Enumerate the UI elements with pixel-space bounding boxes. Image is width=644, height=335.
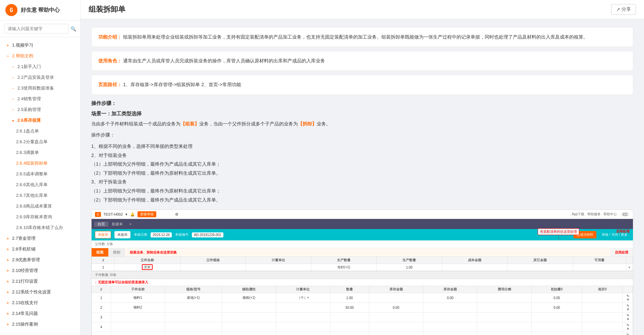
- plus-icon: [5, 300, 10, 305]
- app-titlebar-right: App下载 帮助服务 帮助中心 CC: [572, 212, 630, 217]
- sidebar-item-ops[interactable]: 2.10经营管理: [0, 265, 80, 276]
- cell-action[interactable]: +: [626, 264, 633, 271]
- col-cost-amount: 成本金额: [442, 257, 507, 264]
- app-id: TEST-H002: [104, 212, 123, 216]
- search-box: 🔍: [0, 20, 80, 37]
- search-icon[interactable]: 🔍: [70, 26, 76, 32]
- sidebar-item-transfer[interactable]: 2.6.3调拨单: [0, 147, 80, 158]
- scenario1-title: 场景一：加工类型选择: [91, 111, 633, 117]
- app-tab-assemble[interactable]: 组装: [92, 248, 108, 257]
- sidebar-item-error[interactable]: 2.6.10库存账本错了么办: [0, 222, 80, 233]
- app-btn-undefined1[interactable]: 未提供: [95, 231, 111, 238]
- date-value: 2019-12-26: [151, 232, 172, 237]
- sidebar-item-faq[interactable]: 2.14常见问题: [0, 308, 80, 319]
- app-mock: 6 TEST-H002 ▾ 🔔 新建单据 ⚙ App下载 帮助服务 帮助中心 C…: [92, 210, 633, 335]
- sidebar-item-coupon[interactable]: 2.9优惠券管理: [0, 255, 80, 265]
- app-lower-table-header: 子件数量: 0/条: [92, 271, 633, 279]
- minus-icon: [5, 54, 10, 58]
- sidebar-item-cases[interactable]: 2.15操作案例: [0, 319, 80, 330]
- sidebar-item-out-other[interactable]: 2.6.7其他出库单: [0, 190, 80, 201]
- sidebar-item-newbie[interactable]: 2.1新手入门: [0, 61, 80, 72]
- annotation-no-bom: ↑ 无固定清单可以在组织里直接录入: [92, 279, 633, 286]
- app-tab-disassemble[interactable]: 拆卸: [108, 248, 125, 257]
- date-label: 单据日期: [134, 232, 147, 237]
- annotation-text-2: 启用处理: [616, 229, 630, 234]
- app-btn-undefined2[interactable]: 未提供: [114, 231, 130, 238]
- app-navbar: 自页 新建单 ×: [92, 219, 633, 229]
- sidebar-item-portion[interactable]: 2.6.2分量盘点单: [0, 136, 80, 147]
- dot-icon: [11, 97, 15, 101]
- search-input[interactable]: [4, 24, 68, 34]
- sidebar-item-assemble[interactable]: 2.6.4组装拆卸单: [0, 158, 80, 169]
- sidebar-item-online-pay[interactable]: 2.13在线支付: [0, 297, 80, 308]
- table-row: 1 关米 你好(+1) 1.00: [92, 264, 633, 271]
- col2-sub-name: 子件名称: [111, 286, 165, 293]
- col2-spec: 规格/型号: [165, 286, 222, 293]
- plus-icon: [5, 43, 10, 48]
- app-lower-table-container: # 子件名称 规格/型号 辅助属性 计量单位 数量 库存金额 库存金额 费用分摊…: [92, 286, 633, 335]
- table-row: 5✎ ✕: [92, 332, 633, 335]
- sidebar-item-capital[interactable]: 2.7资金管理: [0, 233, 80, 244]
- sidebar-item-inventory[interactable]: 2.6库存核算: [0, 115, 80, 126]
- sidebar-item-check[interactable]: 2.6.1盘点单: [0, 126, 80, 136]
- dot-icon: [11, 107, 15, 112]
- dot-icon: [11, 64, 15, 69]
- cell-num: 1: [92, 264, 115, 271]
- col-other-amount: 其它金额: [507, 257, 573, 264]
- col-produce-qty2: 生产数量: [377, 257, 442, 264]
- doc-label: 单据编号: [175, 232, 189, 237]
- sidebar-item-in-other[interactable]: 2.6.6其他入库单: [0, 179, 80, 190]
- col-parent-spec: 父件规格: [180, 257, 246, 264]
- cell-cost: [442, 264, 507, 271]
- plus-icon: [5, 247, 10, 252]
- share-icon: ↗: [616, 7, 620, 12]
- role-label: 使用角色：: [98, 58, 122, 63]
- cell-qty1: 你好(+1): [311, 264, 376, 271]
- sidebar-item-cost[interactable]: 2.6.5成本调整单: [0, 169, 80, 179]
- annotation-enable-2: 启用处理: [610, 248, 633, 257]
- sidebar-item-cost-calc[interactable]: 2.6.8商品成本重算: [0, 201, 80, 212]
- sidebar-item-purchase[interactable]: 2.5采购管理: [0, 104, 80, 115]
- col2-init: 初始量V: [531, 286, 582, 293]
- app-settings-icon: ⚙: [175, 212, 178, 217]
- app-bell-icon: 🔔: [130, 212, 135, 217]
- site-title: 好生意 帮助中心: [21, 7, 60, 14]
- steps-title: 操作步骤：: [91, 100, 633, 107]
- sidebar-item-install[interactable]: 2.2产品安装及登录: [0, 72, 80, 83]
- cell-spec: [180, 264, 246, 271]
- sidebar-item-personalize[interactable]: 2.12系统个性化设置: [0, 287, 80, 297]
- app-upper-table-container: # 父件名称 父件规格 计量单位 生产数量 生产数量 成本金额 其它金额 可用量: [92, 257, 633, 271]
- app-lower-table: # 子件名称 规格/型号 辅助属性 计量单位 数量 库存金额 库存金额 费用分摊…: [92, 286, 633, 335]
- steps-list: 1、根据不同的业务，选择不同单据的类型来处理 2、对于组装业务 （1）上部明细为…: [91, 142, 633, 204]
- intro-label: 功能介绍：: [98, 34, 122, 40]
- app-doc-header: 未提供 未提供 单据日期 2019-12-26 单据编号 AD-20191226…: [92, 229, 633, 240]
- col-actions: [626, 257, 633, 264]
- plus-icon: [5, 311, 10, 316]
- intro-block: 功能介绍： 组装拆卸单用来处理企业组装或拆卸等加工业务，支持有固定装配清单的产品…: [91, 27, 633, 47]
- app-titlebar: 6 TEST-H002 ▾ 🔔 新建单据 ⚙ App下载 帮助服务 帮助中心 C…: [92, 210, 633, 219]
- sidebar-item-sales[interactable]: 2.4销售管理: [0, 94, 80, 104]
- col2-actions: [623, 286, 633, 293]
- sidebar-item-mobile[interactable]: 2.8手机旺铺: [0, 244, 80, 255]
- col-unit: 计量单位: [246, 257, 311, 264]
- share-button[interactable]: ↗ 分享: [611, 4, 636, 15]
- sidebar-item-stock-check[interactable]: 2.6.9库存账本查询: [0, 212, 80, 222]
- app-dropdown-icon: ▾: [125, 212, 127, 217]
- plus-icon: [5, 279, 10, 284]
- sidebar-item-print[interactable]: 2.11打印设置: [0, 276, 80, 287]
- cell-qty2: 1.00: [377, 264, 442, 271]
- app-nav-close-icon[interactable]: ×: [126, 222, 135, 226]
- app-new-doc-btn[interactable]: 新建单据: [138, 211, 156, 217]
- col2-stock-amt2: 库存金额: [423, 286, 477, 293]
- app-nav-new[interactable]: 新建单: [108, 222, 126, 227]
- path-label: 页面路径：: [98, 82, 122, 87]
- sidebar-item-docs[interactable]: 2.帮助文档: [0, 51, 80, 61]
- arrow-annotation: ↑: [95, 281, 97, 284]
- plus-icon: [5, 322, 10, 327]
- app-titlebar-left: 6 TEST-H002 ▾ 🔔 新建单据 ⚙: [95, 211, 178, 217]
- app-nav-home[interactable]: 自页: [94, 222, 108, 227]
- app-logo: 6: [95, 212, 101, 217]
- col2-qty: 数量: [330, 286, 369, 293]
- sidebar-item-prepare[interactable]: 2.3使用前数据准备: [0, 83, 80, 94]
- sidebar-item-video[interactable]: 1.视频学习: [0, 40, 80, 51]
